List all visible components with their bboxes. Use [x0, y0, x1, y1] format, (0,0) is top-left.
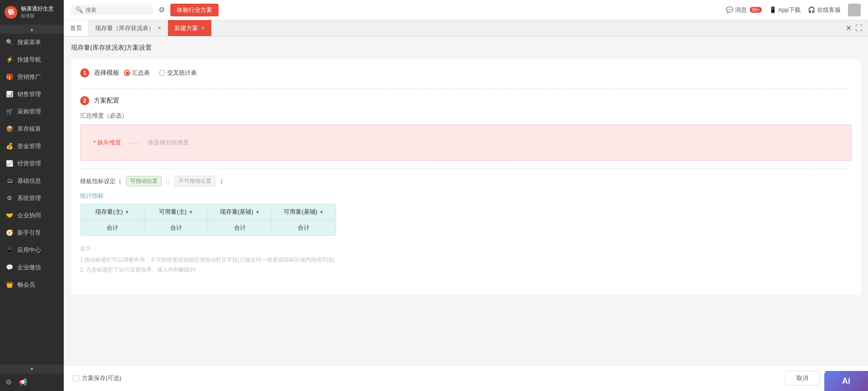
tab-close-new-plan[interactable]: ✕ [201, 25, 205, 31]
step2-badge: 2 [80, 96, 89, 105]
chevron-down-col1[interactable]: ▼ [189, 210, 193, 215]
step1-title: 选择模板 [94, 69, 119, 77]
sidebar-item-purchase[interactable]: 🛒 采购管理 [0, 103, 64, 120]
finance-icon: 💰 [5, 142, 14, 150]
indicator-settings-sep: □ [166, 178, 170, 185]
bottom-bar: 方案保存(可选) 取消 查询 [64, 365, 868, 391]
sidebar-nav: 🔍 搜索菜单 ⚡ 快捷导航 🎁 营销推广 📊 销售管理 🛒 采购管理 📦 库存核… [0, 34, 64, 365]
speaker-icon[interactable]: 📢 [19, 378, 27, 386]
wechat-icon: 💬 [5, 263, 14, 272]
tabbar: 首页 现存量（库存状况表） ✕ 新建方案 ✕ ✕ ⛶ [64, 20, 868, 36]
tab-expand-btn[interactable]: ⛶ [855, 24, 863, 32]
app-center-icon: 📱 [5, 246, 14, 254]
tip-1: 1.拖动标题栏可以调整布局，不可跨维度或指标区域拖动栏目字段(只能在同一维度或指… [80, 255, 852, 265]
scroll-up-arrow[interactable]: ▲ [0, 25, 64, 34]
purchase-icon: 🛒 [5, 108, 14, 116]
step1-header: 1 选择模板 汇总表 交叉统计表 [80, 68, 852, 77]
col-inventory-aux[interactable]: 现存量(基辅) ▼ 合计 [208, 204, 272, 236]
sidebar-bottom: ⚙ 📢 [0, 373, 64, 391]
logo-text: 畅康通好生意 标准版 [21, 5, 54, 19]
tips-area: 提示： 1.拖动标题栏可以调整布局，不可跨维度或指标区域拖动栏目字段(只能在同一… [80, 245, 852, 275]
cancel-button[interactable]: 取消 [785, 371, 820, 386]
col-available-main[interactable]: 可用量(主) ▼ 合计 [144, 204, 208, 236]
chevron-down-col3[interactable]: ▼ [319, 210, 324, 215]
headset-icon: 🎧 [808, 6, 815, 13]
step1-section: 1 选择模板 汇总表 交叉统计表 [80, 68, 852, 77]
search-input[interactable] [86, 7, 140, 13]
draggable-badge: 可拖动位置 [126, 176, 162, 186]
topbar: 🔍 ⚙ 体验行业方案 💬 消息 99+ 📱 App下载 🎧 在线客服 [64, 0, 868, 20]
tab-close-btn[interactable]: ✕ [846, 24, 852, 32]
col-inventory-main[interactable]: 现存量(主) ▼ 合计 [81, 204, 144, 236]
ai-badge[interactable]: Ai [824, 371, 868, 391]
content-area: 现存量(库存状况表)方案设置 1 选择模板 汇总表 交叉统计表 [64, 36, 868, 365]
customer-service-item[interactable]: 🎧 在线客服 [808, 6, 841, 14]
quick-nav-icon: ⚡ [5, 56, 14, 64]
sidebar-item-system[interactable]: ⚙ 系统管理 [0, 190, 64, 207]
dimension-dash: —— [128, 139, 140, 146]
save-plan-checkbox[interactable]: 方案保存(可选) [73, 374, 122, 382]
sidebar-item-finance[interactable]: 💰 资金管理 [0, 138, 64, 155]
sidebar-item-wechat[interactable]: 💬 企业微信 [0, 259, 64, 276]
inventory-icon: 📦 [5, 125, 14, 133]
sidebar-item-app-center[interactable]: 📱 应用中心 [0, 242, 64, 259]
scroll-down-arrow[interactable]: ▼ [0, 365, 64, 373]
divider-1 [80, 88, 852, 89]
trial-industry-btn[interactable]: 体验行业方案 [170, 4, 219, 16]
gear-icon[interactable]: ⚙ [158, 5, 165, 14]
chevron-down-col2[interactable]: ▼ [255, 210, 260, 215]
basic-icon: 🗂 [5, 177, 14, 185]
step2-header: 2 方案配置 [80, 96, 852, 105]
new-guide-icon: 🧭 [5, 229, 14, 237]
stats-table: 现存量(主) ▼ 合计 可用量(主) ▼ 合计 [80, 204, 336, 236]
indicator-settings-label: 模板指标设定（ 可拖动位置 □ 不可拖动位置 ） [80, 176, 852, 186]
sidebar-item-marketing[interactable]: 🎁 营销推广 [0, 68, 64, 86]
sidebar-item-business[interactable]: 📈 经营管理 [0, 155, 64, 172]
col-available-aux[interactable]: 可用量(基辅) ▼ 合计 [272, 204, 336, 236]
sidebar: 畅 畅康通好生意 标准版 ▲ 🔍 搜索菜单 ⚡ 快捷导航 🎁 营销推广 📊 销售… [0, 0, 64, 391]
marketing-icon: 🎁 [5, 73, 14, 81]
vertical-dim-label: ＊纵向维度 [92, 139, 121, 147]
tab-new-plan[interactable]: 新建方案 ✕ [168, 20, 212, 36]
user-avatar[interactable] [848, 4, 861, 16]
sidebar-item-new-guide[interactable]: 🧭 新手引导 [0, 224, 64, 242]
search-box[interactable]: 🔍 [71, 5, 153, 15]
stats-section-title: 统计指标 [80, 192, 852, 200]
tab-inventory-status[interactable]: 现存量（库存状况表） ✕ [89, 20, 168, 36]
business-icon: 📈 [5, 159, 14, 168]
app-download-item[interactable]: 📱 App下载 [769, 6, 801, 14]
main-area: 🔍 ⚙ 体验行业方案 💬 消息 99+ 📱 App下载 🎧 在线客服 首页 [64, 0, 868, 391]
sidebar-item-basic[interactable]: 🗂 基础信息 [0, 172, 64, 190]
stats-section: 统计指标 现存量(主) ▼ 合计 [80, 192, 852, 237]
radio-summary[interactable]: 汇总表 [124, 69, 150, 77]
tips-title: 提示： [80, 245, 852, 252]
dimension-area[interactable]: ＊纵向维度 —— 请选择分组维度 [80, 124, 852, 161]
message-item[interactable]: 💬 消息 99+ [726, 6, 762, 14]
radio-cross[interactable]: 交叉统计表 [159, 69, 197, 77]
sidebar-item-search[interactable]: 🔍 搜索菜单 [0, 34, 64, 51]
template-radio-group: 汇总表 交叉统计表 [124, 69, 197, 77]
sidebar-item-member[interactable]: 👑 畅会员 [0, 276, 64, 293]
sales-icon: 📊 [5, 90, 14, 98]
tip-2: 2. 点击标题栏下拉可设置排序、插入列和删除列 [80, 265, 852, 275]
member-icon: 👑 [5, 281, 14, 289]
chevron-down-col0[interactable]: ▼ [125, 210, 129, 215]
page-title: 现存量(库存状况表)方案设置 [71, 44, 861, 52]
message-icon: 💬 [726, 6, 733, 13]
step2-section: 2 方案配置 汇总维度（必选） ＊纵向维度 —— 请选择分组维度 模板指标设定（… [80, 96, 852, 275]
tab-close-inventory[interactable]: ✕ [157, 25, 161, 31]
sidebar-item-cooperation[interactable]: 🤝 企业协同 [0, 207, 64, 224]
indicator-settings: 模板指标设定（ 可拖动位置 □ 不可拖动位置 ） [80, 176, 852, 186]
mobile-icon: 📱 [769, 6, 776, 13]
cooperation-icon: 🤝 [5, 211, 14, 220]
sidebar-item-inventory[interactable]: 📦 库存核算 [0, 120, 64, 138]
sidebar-item-sales[interactable]: 📊 销售管理 [0, 86, 64, 103]
sidebar-item-quick-nav[interactable]: ⚡ 快捷导航 [0, 51, 64, 68]
settings-icon[interactable]: ⚙ [5, 378, 11, 386]
divider-2 [80, 168, 852, 169]
search-icon: 🔍 [76, 6, 83, 13]
plan-card: 1 选择模板 汇总表 交叉统计表 [71, 59, 861, 295]
checkbox-box[interactable] [73, 375, 79, 381]
tab-home[interactable]: 首页 [64, 20, 89, 36]
summary-dimension-label: 汇总维度（必选） [80, 112, 852, 120]
